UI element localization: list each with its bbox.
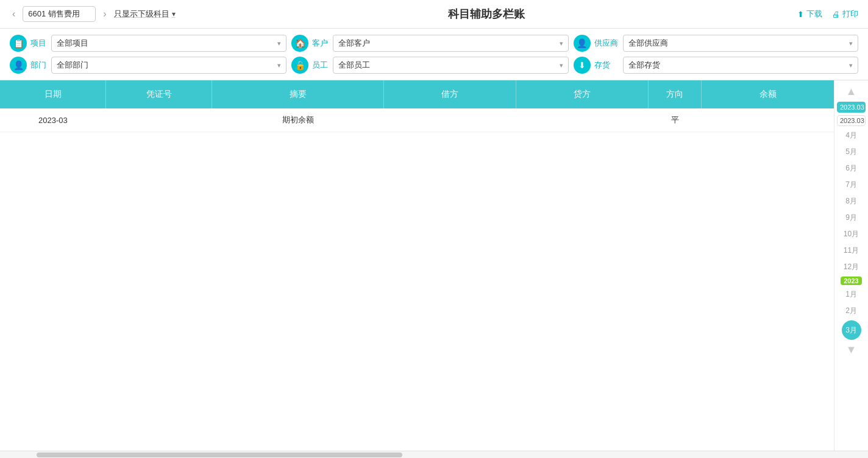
chevron-down-icon: ▾	[277, 62, 281, 69]
print-btn[interactable]: 🖨 打印	[832, 9, 858, 19]
right-sidebar: ▲ 2023.03 2023.03 4月 5月 6月 7月 8月 9月 10月 …	[834, 80, 868, 451]
chevron-down-icon: ▾	[849, 40, 853, 48]
cell-direction: 平	[649, 108, 702, 132]
inventory-icon: ⬇	[574, 57, 591, 74]
year-badge: 2023	[841, 277, 861, 285]
project-icon: 📋	[10, 35, 27, 52]
download-label: 下载	[806, 9, 822, 19]
account-code: 6601 销售费用	[23, 6, 96, 22]
chevron-down-icon: ▾	[560, 40, 563, 48]
top-bar: ‹ 6601 销售费用 › 只显示下级科目 ▾ 科目辅助多栏账 ⬆ 下载 🖨 打…	[0, 0, 868, 29]
month-item-8[interactable]: 8月	[834, 193, 868, 210]
supplier-icon: 👤	[574, 35, 591, 52]
customer-select[interactable]: 全部客户 ▾	[333, 35, 568, 52]
col-header-direction: 方向	[649, 80, 702, 108]
month-item-7[interactable]: 7月	[834, 177, 868, 193]
cell-voucher	[106, 108, 212, 132]
page-title: 科目辅助多栏账	[180, 7, 792, 21]
filter-label-department: 👤 部门	[10, 57, 46, 74]
month-item-3-active[interactable]: 3月	[842, 320, 861, 340]
period-box-1[interactable]: 2023.03	[837, 102, 866, 113]
col-header-debit: 借方	[384, 80, 516, 108]
col-header-summary: 摘要	[212, 80, 383, 108]
filter-label-project: 📋 项目	[10, 35, 46, 52]
next-account-btn[interactable]: ›	[101, 7, 108, 21]
month-item-9[interactable]: 9月	[834, 210, 868, 226]
cell-debit	[384, 108, 516, 132]
download-icon: ⬆	[797, 10, 804, 19]
table-header-row: 日期 凭证号 摘要 借方 贷方 方向 余额	[0, 80, 834, 108]
month-item-6[interactable]: 6月	[834, 160, 868, 177]
main-window: ‹ 6601 销售费用 › 只显示下级科目 ▾ 科目辅助多栏账 ⬆ 下载 🖨 打…	[0, 0, 868, 458]
month-item-5[interactable]: 5月	[834, 144, 868, 160]
toolbar-right: ⬆ 下载 🖨 打印	[797, 9, 858, 19]
print-icon: 🖨	[832, 10, 840, 19]
chevron-down-icon: ▾	[849, 62, 853, 69]
show-sub-label: 只显示下级科目	[114, 9, 169, 19]
cell-balance	[702, 108, 834, 132]
col-header-voucher: 凭证号	[106, 80, 212, 108]
col-header-balance: 余额	[702, 80, 834, 108]
employee-select[interactable]: 全部员工 ▾	[333, 57, 568, 74]
chevron-down-icon: ▾	[172, 10, 176, 18]
table-container: 日期 凭证号 摘要 借方 贷方 方向 余额 2023-03 期初余额	[0, 80, 834, 451]
sidebar-up-btn[interactable]: ▲	[834, 83, 868, 100]
show-sub-select[interactable]: 只显示下级科目 ▾	[114, 9, 176, 19]
month-item-2[interactable]: 2月	[834, 303, 868, 319]
ledger-table: 日期 凭证号 摘要 借方 贷方 方向 余额 2023-03 期初余额	[0, 80, 834, 132]
month-item-1[interactable]: 1月	[834, 286, 868, 303]
hscroll-bar[interactable]	[0, 451, 868, 458]
month-item-4[interactable]: 4月	[834, 127, 868, 144]
col-header-credit: 贷方	[516, 80, 649, 108]
department-select[interactable]: 全部部门 ▾	[51, 57, 286, 74]
print-label: 打印	[842, 9, 858, 19]
hscroll-thumb[interactable]	[37, 453, 402, 457]
month-item-11[interactable]: 11月	[834, 242, 868, 259]
filter-label-inventory: ⬇ 存货	[574, 57, 618, 74]
filter-bar: 📋 项目 全部项目 ▾ 🏠 客户 全部客户 ▾ 👤 供应商 全部供应商 ▾ 👤 …	[0, 29, 868, 80]
table-row: 2023-03 期初余额 平	[0, 108, 834, 132]
month-item-10[interactable]: 10月	[834, 226, 868, 242]
filter-label-customer: 🏠 客户	[291, 35, 328, 52]
employee-icon: 🔒	[291, 57, 308, 74]
department-icon: 👤	[10, 57, 27, 74]
cell-credit	[516, 108, 649, 132]
cell-summary: 期初余额	[212, 108, 383, 132]
chevron-down-icon: ▾	[277, 40, 281, 48]
period-box-2[interactable]: 2023.03	[837, 115, 866, 126]
sidebar-down-btn[interactable]: ▼	[834, 341, 868, 359]
prev-account-btn[interactable]: ‹	[10, 7, 18, 21]
filter-label-supplier: 👤 供应商	[574, 35, 618, 52]
filter-label-employee: 🔒 员工	[291, 57, 328, 74]
col-header-date: 日期	[0, 80, 106, 108]
inventory-select[interactable]: 全部存货 ▾	[623, 57, 858, 74]
customer-icon: 🏠	[291, 35, 308, 52]
download-btn[interactable]: ⬆ 下载	[797, 9, 822, 19]
cell-date: 2023-03	[0, 108, 106, 132]
month-item-12[interactable]: 12月	[834, 259, 868, 275]
chevron-down-icon: ▾	[560, 62, 563, 69]
supplier-select[interactable]: 全部供应商 ▾	[623, 35, 858, 52]
project-select[interactable]: 全部项目 ▾	[51, 35, 286, 52]
